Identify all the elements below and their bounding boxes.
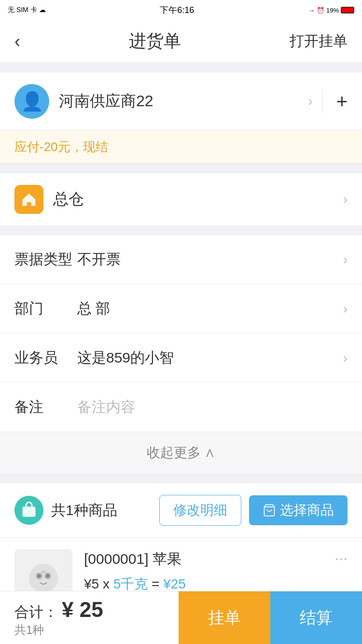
warehouse-icon [20,191,38,208]
owl-icon [27,561,60,595]
salesman-label: 业务员 [14,348,77,368]
status-bar: 无 SIM 卡 ☁ 下午6:16 → ⏰ 19% [0,0,362,20]
svg-point-3 [29,564,58,593]
collapse-toggle[interactable]: 收起更多 ∧ [0,432,362,474]
warehouse-row[interactable]: 总仓 › [0,173,362,225]
product-multiply: x [103,576,113,591]
status-time: 下午6:16 [160,4,194,16]
department-value: 总 部 [77,299,343,319]
section-gap [0,474,362,483]
add-supplier-button[interactable]: + [336,91,348,112]
supplier-chevron-icon: › [308,94,312,109]
salesman-chevron-icon: › [343,350,348,366]
back-button[interactable]: ‹ [14,31,20,52]
product-more-button[interactable]: ··· [334,549,348,567]
product-qty: 5千克 [113,576,148,591]
supplier-avatar: 👤 [14,84,49,119]
page-title: 进货单 [129,29,181,53]
warehouse-section: 总仓 › [0,173,362,225]
total-sub: 共1种 [14,622,164,638]
form-section: 票据类型 不开票 › 部门 总 部 › 业务员 这是859的小智 › 备注 备注… [0,235,362,432]
product-icon-wrap [14,496,43,525]
product-price: ¥5 [84,576,99,591]
svg-point-7 [46,574,50,578]
product-title: 苹果 [153,551,181,567]
status-left: 无 SIM 卡 ☁ [8,6,46,14]
total-prefix: 合计： [14,602,58,622]
hang-button[interactable]: 挂单 [179,591,270,644]
product-icon [20,502,38,519]
product-code: [0000001] [84,551,148,567]
remark-row[interactable]: 备注 备注内容 [0,383,362,432]
warehouse-chevron-icon: › [343,192,348,207]
invoice-chevron-icon: › [343,252,348,267]
supplier-section: 👤 河南供应商22 › + 应付-20元，现结 [0,72,362,164]
select-product-label: 选择商品 [280,501,334,519]
salesman-value: 这是859的小智 [77,348,343,368]
product-name: [0000001] 苹果 [84,549,330,569]
supplier-row[interactable]: 👤 河南供应商22 › + [0,72,362,131]
total-area: 合计： ¥ 25 共1种 [0,591,179,644]
sim-status: 无 SIM 卡 ☁ [8,6,46,14]
svg-point-6 [37,574,41,578]
user-icon: 👤 [21,91,43,112]
supplier-name: 河南供应商22 [59,91,308,112]
product-info: [0000001] 苹果 ¥5 x 5千克 = ¥25 [84,549,330,593]
product-total: ¥25 [163,576,186,591]
warehouse-icon-wrap [14,185,43,214]
notice-bar: 应付-20元，现结 [0,131,362,164]
product-header: 共1种商品 修改明细 选择商品 [0,483,362,538]
invoice-label: 票据类型 [14,250,77,269]
product-count: 共1种商品 [51,501,159,520]
remark-input[interactable]: 备注内容 [77,397,348,417]
salesman-row[interactable]: 业务员 这是859的小智 › [0,334,362,383]
svg-rect-1 [23,507,36,517]
department-label: 部门 [14,299,77,319]
cart-icon [263,504,276,517]
edit-detail-button[interactable]: 修改明细 [159,495,241,526]
location-icon: → [308,7,315,14]
select-product-button[interactable]: 选择商品 [249,495,348,525]
collapse-text: 收起更多 ∧ [147,444,216,462]
battery-level: 19% [326,7,339,14]
total-amount: ¥ 25 [62,598,103,622]
department-row[interactable]: 部门 总 部 › [0,284,362,334]
total-label: 合计： ¥ 25 [14,598,164,622]
warehouse-label: 总仓 [53,189,343,210]
invoice-row[interactable]: 票据类型 不开票 › [0,235,362,284]
invoice-value: 不开票 [77,250,343,269]
bottom-bar: 合计： ¥ 25 共1种 挂单 结算 [0,591,362,644]
vertical-divider [322,89,323,113]
status-right: → ⏰ 19% [308,7,354,14]
alarm-icon: ⏰ [317,7,324,14]
open-hang-button[interactable]: 打开挂单 [290,31,348,51]
remark-label: 备注 [14,397,77,417]
battery-icon [341,7,354,14]
checkout-button[interactable]: 结算 [270,591,362,644]
department-chevron-icon: › [343,301,348,317]
product-equals: = [152,576,163,591]
svg-rect-0 [27,202,31,206]
nav-bar: ‹ 进货单 打开挂单 [0,20,362,63]
